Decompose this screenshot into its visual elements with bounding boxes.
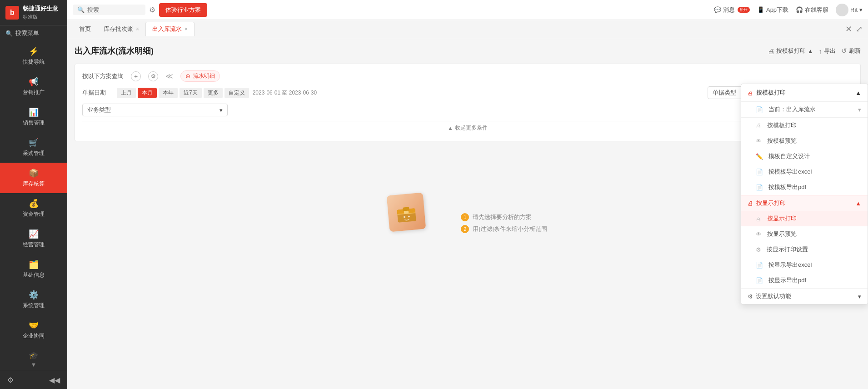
pdf-icon: 📄 [756,277,763,284]
app-download-btn[interactable]: 📱 App下载 [757,6,788,14]
customer-service-btn[interactable]: 🎧 在线客服 [796,6,828,14]
search-icon: 🔍 [77,6,85,13]
dropdown-current-label: 当前：出入库流水 [768,105,816,114]
date-last7-btn[interactable]: 近7天 [180,88,202,98]
settings-icon: ⚙ [756,246,761,253]
sidebar-item-sales[interactable]: 📊 销售管理 [0,102,67,132]
sidebar-item-system[interactable]: ⚙️ 系统管理 [0,284,67,315]
filter-section-label: 按以下方案查询 [82,72,124,80]
chevron-down-icon: ▾ [219,107,223,114]
sidebar-search[interactable]: 🔍 搜索菜单 [0,25,67,41]
dropdown-item-template-excel[interactable]: 📄 按模板导出excel [741,164,868,180]
dropdown-panel: 🖨 按模板打印 ▲ 📄 当前：出入库流水 ▾ 🖨 按模板打印 👁 按模板预览 [741,84,868,304]
sidebar-item-inventory[interactable]: 📦 库存核算 [0,163,67,193]
date-curr-month-btn[interactable]: 本月 [138,88,157,98]
empty-step-1: 1 请先选择要分析的方案 [461,213,547,221]
sidebar-item-label: 基础信息 [23,271,45,279]
dropdown-current-item[interactable]: 📄 当前：出入库流水 ▾ [741,102,868,117]
filter-settings-icon-btn[interactable]: ⚙ [148,71,158,81]
sidebar-item-quick-nav[interactable]: ⚡ 快捷导航 [0,41,67,71]
collapse-label: 收起更多条件 [455,124,488,132]
display-section-header[interactable]: 🖨 按显示打印 ▲ [741,195,868,211]
page-actions: 🖨 按模板打印 ▲ ↑ 导出 ↺ 刷新 [768,47,861,55]
dropdown-item-display-excel[interactable]: 📄 按显示导出excel [741,257,868,273]
sidebar-collapse-btn[interactable]: ◀◀ [49,376,60,384]
date-curr-year-btn[interactable]: 本年 [159,88,178,98]
dropdown-item-template-custom[interactable]: ✏️ 模板自定义设计 [741,149,868,164]
sidebar-nav: 📢 营销推广 📊 销售管理 🛒 采购管理 📦 库存核算 💰 资金管理 📈 经营管… [0,71,67,359]
export-icon: ↑ [819,47,823,55]
trial-btn[interactable]: 体验行业方案 [159,3,207,17]
search-input[interactable] [87,6,141,13]
app-name: 畅捷通好生意 [23,5,58,13]
chevron-down-icon: ▾ [858,293,861,300]
app-download-icon: 📱 [757,6,764,13]
dropdown-header[interactable]: 🖨 按模板打印 ▲ [741,84,868,102]
sidebar-item-label: 快捷导航 [23,58,45,66]
filter-tag-icon: ⊕ [185,73,190,80]
tab-batch[interactable]: 库存批次账 × [97,22,145,36]
empty-box-icon [387,193,426,232]
headset-icon: 🎧 [796,6,803,13]
dropdown-item-template-pdf[interactable]: 📄 按模板导出pdf [741,180,868,195]
document-icon: 📄 [756,106,763,113]
dropdown-footer-settings[interactable]: ⚙ 设置默认功能 ▾ [741,288,868,304]
tab-flow[interactable]: 出入库流水 × [145,22,195,36]
sidebar-item-finance[interactable]: 💰 资金管理 [0,193,67,224]
tab-home-label: 首页 [79,25,91,33]
dropdown-item-display-preview[interactable]: 👁 按显示预览 [741,226,868,242]
filter-row-top: 按以下方案查询 + ⚙ ≪ ⊕ 流水明细 [82,70,853,82]
sidebar-item-basic[interactable]: 🗂️ 基础信息 [0,254,67,284]
topbar-left: 🔍 ⚙ 体验行业方案 [73,3,207,17]
user-avatar-area[interactable]: Rit ▾ [836,4,863,16]
sidebar-item-label: 采购管理 [23,150,45,157]
date-custom-btn[interactable]: 自定义 [224,88,249,98]
svg-rect-2 [403,207,409,211]
step1-label: 请先选择要分析的方案 [473,213,532,221]
date-prev-month-btn[interactable]: 上月 [117,88,136,98]
template-print-btn[interactable]: 🖨 按模板打印 ▲ [768,47,813,55]
biz-type-select[interactable]: 业务类型 ▾ [82,104,228,116]
export-label: 导出 [824,47,836,55]
tab-area-close-btn[interactable]: ✕ [845,24,852,34]
biz-type-label: 业务类型 [87,106,111,114]
sidebar-item-purchase[interactable]: 🛒 采购管理 [0,132,67,163]
sidebar-item-marketing[interactable]: 📢 营销推广 [0,71,67,102]
item-label: 按模板打印 [767,121,797,130]
refresh-label: 刷新 [849,47,861,55]
dropdown-item-display-print[interactable]: 🖨 按显示打印 [741,211,868,226]
sidebar-item-label: 系统管理 [23,302,45,309]
search-box[interactable]: 🔍 [73,5,145,15]
active-filter-tag[interactable]: ⊕ 流水明细 [180,70,220,82]
refresh-btn[interactable]: ↺ 刷新 [841,47,861,55]
dropdown-item-display-pdf[interactable]: 📄 按显示导出pdf [741,273,868,288]
tab-flow-close[interactable]: × [185,26,188,32]
filter-collapse-btn[interactable]: ≪ [165,72,173,80]
tab-area-expand-btn[interactable]: ⤢ [856,24,863,34]
sidebar-settings-btn[interactable]: ⚙ [7,376,14,384]
sidebar: b 畅捷通好生意 标准版 🔍 搜索菜单 ⚡ 快捷导航 📢 营销推广 📊 销售管理… [0,0,67,389]
sidebar-item-operations[interactable]: 📈 经营管理 [0,224,67,254]
date-range: 2023-06-01 至 2023-06-30 [253,89,317,97]
sidebar-item-guide[interactable]: 🎓 新手引导 [0,345,67,359]
message-btn[interactable]: 💬 消息 99+ [714,6,750,14]
tab-home[interactable]: 首页 [73,22,97,36]
sidebar-scroll-down[interactable]: ▼ [0,359,67,371]
dropdown-item-template-preview[interactable]: 👁 按模板预览 [741,133,868,149]
filter-row-biz: 业务类型 ▾ 仓库 ··· [82,104,853,116]
pdf-icon: 📄 [756,184,763,191]
dropdown-item-template-print[interactable]: 🖨 按模板打印 [741,118,868,133]
export-btn[interactable]: ↑ 导出 [819,47,836,55]
gear-icon[interactable]: ⚙ [149,5,155,14]
dropdown-item-display-settings[interactable]: ⚙ 按显示打印设置 [741,242,868,257]
sidebar-item-collab[interactable]: 🤝 企业协同 [0,315,67,345]
item-label: 按模板导出excel [768,168,812,176]
sidebar-search-label: 搜索菜单 [15,29,39,37]
date-label: 单据日期 [82,89,110,97]
sidebar-item-label: 资金管理 [23,210,45,218]
filter-add-btn[interactable]: + [131,71,141,81]
date-more-btn[interactable]: 更多 [204,88,223,98]
preview-icon: 👁 [756,138,762,145]
collapse-more-btn[interactable]: ▲ 收起更多条件 [82,121,853,135]
tab-batch-close[interactable]: × [136,26,139,32]
